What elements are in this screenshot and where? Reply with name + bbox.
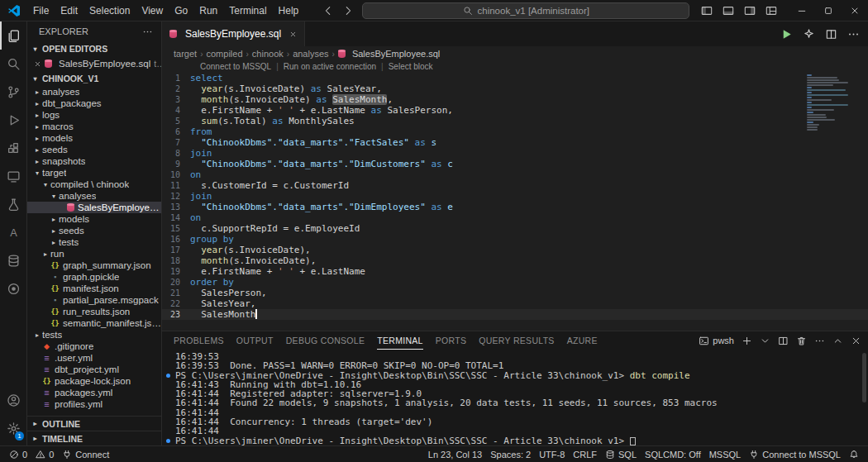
terminal-output[interactable]: 16:39:5316:39:53 Done. PASS=1 WARN=0 ERR… (162, 350, 868, 445)
tree-item-packages-yml[interactable]: packages.yml (27, 387, 161, 398)
split-editor-icon[interactable] (825, 28, 837, 40)
tree-item-gitignore[interactable]: .gitignore (27, 341, 161, 352)
dbt-icon[interactable] (0, 274, 26, 302)
tree-item-target[interactable]: ▾target (27, 167, 161, 179)
menu-run[interactable]: Run (193, 5, 223, 17)
code-line-4[interactable]: 4 e.FirstName + ' ' + e.LastName as Sale… (162, 105, 868, 116)
settings-gear-icon[interactable]: 1 (0, 414, 26, 442)
testing-icon[interactable] (0, 190, 26, 218)
codelens-select-block[interactable]: Select block (389, 61, 433, 73)
menu-go[interactable]: Go (169, 5, 193, 17)
extensions-icon[interactable] (0, 134, 26, 162)
close-tab-icon[interactable] (289, 31, 297, 38)
status-warnings[interactable]: 0 (31, 446, 58, 462)
breadcrumb-item-chinook[interactable]: chinook (252, 49, 284, 59)
tree-item-partial-parse-msgpack[interactable]: partial_parse.msgpack (27, 294, 161, 306)
code-line-9[interactable]: 9 "ChinookDbms"."data_marts"."DimCustome… (162, 159, 868, 169)
project-root-header[interactable]: ▾ CHINOOK_V1 (27, 71, 161, 86)
toggle-sidebar-icon[interactable] (701, 5, 713, 17)
menu-file[interactable]: File (27, 5, 55, 17)
code-line-1[interactable]: 1select (162, 73, 868, 83)
tree-item-seeds[interactable]: ▸seeds (27, 144, 161, 155)
tree-item-graph-gpickle[interactable]: graph.gpickle (27, 271, 161, 283)
menu-terminal[interactable]: Terminal (223, 5, 272, 17)
code-line-2[interactable]: 2 year(s.InvoiceDate) as SalesYear, (162, 83, 868, 94)
status-connect[interactable]: Connect (58, 446, 113, 462)
account-icon[interactable] (0, 386, 26, 414)
code-line-21[interactable]: 21 SalesPerson, (162, 288, 868, 298)
status-connect-to-mssql[interactable]: Connect to MSSQL (745, 446, 845, 462)
menu-selection[interactable]: Selection (83, 5, 136, 17)
code-line-8[interactable]: 8join (162, 148, 868, 159)
split-terminal-icon[interactable] (778, 336, 789, 346)
customize-layout-icon[interactable] (765, 5, 777, 17)
breadcrumb-item-analyses[interactable]: analyses (293, 49, 328, 59)
tree-item-graph-summary-json[interactable]: graph_summary.json (27, 260, 161, 271)
kill-terminal-icon[interactable] (796, 336, 807, 346)
tree-item-semantic-manifest-json[interactable]: semantic_manifest.json (27, 317, 161, 329)
toggle-secondary-sidebar-icon[interactable] (744, 5, 756, 17)
breadcrumb-item-compiled[interactable]: compiled (206, 49, 242, 59)
minimap[interactable] (807, 74, 856, 131)
tree-item-salesbyemployee-sql[interactable]: SalesByEmployee.sql (27, 202, 161, 213)
terminal-dropdown-icon[interactable] (760, 336, 770, 346)
code-line-5[interactable]: 5 sum(s.Total) as MonthlySales (162, 116, 868, 126)
status-errors[interactable]: 0 (5, 446, 31, 462)
panel-tab-output[interactable]: OUTPUT (236, 331, 274, 350)
tree-item-models[interactable]: ▸models (27, 213, 161, 225)
panel-tab-terminal[interactable]: TERMINAL (377, 331, 423, 350)
azure-icon[interactable]: A (0, 218, 26, 246)
close-panel-icon[interactable] (851, 336, 861, 346)
code-line-6[interactable]: 6from (162, 126, 868, 137)
status-mssql[interactable]: MSSQL (705, 446, 746, 462)
tree-item-models[interactable]: ▸models (27, 132, 161, 144)
tree-item-compiled-chinook[interactable]: ▾compiled \ chinook (27, 179, 161, 190)
back-icon[interactable] (322, 5, 334, 17)
tree-item-dbt-packages[interactable]: ▸dbt_packages (27, 98, 161, 109)
code-line-12[interactable]: 12join (162, 191, 868, 202)
panel-tab-azure[interactable]: AZURE (567, 331, 598, 350)
menu-help[interactable]: Help (273, 5, 305, 17)
panel-tab-ports[interactable]: PORTS (436, 331, 466, 350)
close-window-button[interactable] (842, 0, 868, 21)
codelens-run-on-active-connection[interactable]: Run on active connection (284, 61, 376, 73)
forward-icon[interactable] (342, 5, 354, 17)
run-and-debug-icon[interactable] (0, 106, 26, 134)
status-sqlcmd[interactable]: SQLCMD: Off (641, 446, 705, 462)
code-line-14[interactable]: 14on (162, 212, 868, 223)
code-line-7[interactable]: 7 "ChinookDbms"."data_marts"."FactSales"… (162, 137, 868, 148)
tree-item-tests[interactable]: ▸tests (27, 236, 161, 248)
terminal-instance[interactable]: pwsh (699, 336, 734, 346)
tree-item-seeds[interactable]: ▸seeds (27, 225, 161, 236)
status-cursor-position[interactable]: Ln 23, Col 13 (424, 446, 486, 462)
minimize-button[interactable] (789, 0, 815, 21)
status-eol[interactable]: CRLF (569, 446, 601, 462)
panel-more-icon[interactable] (814, 336, 825, 346)
tree-item-logs[interactable]: ▸logs (27, 109, 161, 121)
tree-item-user-yml[interactable]: .user.yml (27, 352, 161, 364)
toggle-panel-icon[interactable] (723, 5, 734, 17)
open-editor-item[interactable]: SalesByEmployee.sql target\com... (27, 56, 161, 71)
status-notifications[interactable] (845, 446, 863, 462)
database-icon[interactable] (0, 246, 26, 274)
code-line-23[interactable]: 23 SalesMonth (162, 309, 868, 320)
terminal-line-8[interactable]: 16:41:44 Concurrency: 1 threads (target=… (175, 417, 868, 426)
explorer-more-actions-icon[interactable] (142, 26, 153, 37)
run-query-button[interactable] (780, 28, 793, 40)
tree-item-run-results-json[interactable]: run_results.json (27, 306, 161, 317)
tree-item-analyses[interactable]: ▸analyses (27, 86, 161, 98)
menu-view[interactable]: View (136, 5, 169, 17)
code-line-17[interactable]: 17 year(s.InvoiceDate), (162, 245, 868, 255)
panel-tab-problems[interactable]: PROBLEMS (174, 331, 224, 350)
open-editors-header[interactable]: ▾ OPEN EDITORS (27, 41, 161, 56)
sparkle-icon[interactable] (803, 28, 815, 40)
status-encoding[interactable]: UTF-8 (535, 446, 569, 462)
menu-edit[interactable]: Edit (55, 5, 83, 17)
tab-salesbyemployee-sql[interactable]: SalesByEmployee.sql (162, 21, 305, 46)
code-line-20[interactable]: 20order by (162, 277, 868, 288)
tree-item-analyses[interactable]: ▾analyses (27, 190, 161, 202)
code-line-3[interactable]: 3 month(s.InvoiceDate) as SalesMonth, (162, 94, 868, 105)
tree-item-profiles-yml[interactable]: profiles.yml (27, 398, 161, 410)
codelens-connect-to-mssql[interactable]: Connect to MSSQL (200, 61, 271, 73)
terminal-scrollbar[interactable] (862, 353, 866, 402)
